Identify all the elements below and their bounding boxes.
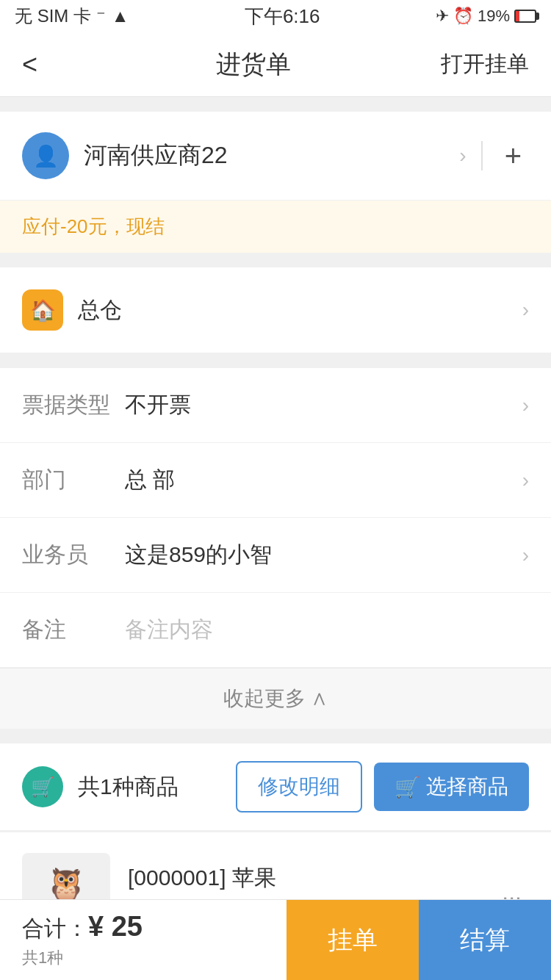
home-icon: 🏠 <box>30 298 56 323</box>
status-time: 下午6:16 <box>245 4 320 29</box>
total-label: 合计：¥ 25 <box>22 911 264 944</box>
edit-detail-button[interactable]: 修改明细 <box>236 761 362 813</box>
total-sub: 共1种 <box>22 947 264 969</box>
department-label: 部门 <box>22 465 125 495</box>
total-amount: ¥ 25 <box>88 911 143 942</box>
department-arrow-icon: › <box>522 469 529 492</box>
battery-label: 19% <box>478 7 510 26</box>
select-cart-icon: 🛒 <box>395 775 420 799</box>
battery-icon <box>514 10 536 23</box>
alarm-icon: ⏰ <box>453 7 473 26</box>
warehouse-arrow-icon: › <box>522 298 529 322</box>
warehouse-section: 🏠 总仓 › <box>0 267 551 353</box>
products-icon: 🛒 <box>22 766 63 807</box>
ticket-type-value: 不开票 <box>125 390 522 420</box>
status-right: ✈ ⏰ 19% <box>436 7 536 26</box>
checkout-button[interactable]: 结算 <box>419 900 551 980</box>
wifi-icon: ▲ <box>112 6 129 26</box>
hang-button[interactable]: 挂单 <box>287 900 419 980</box>
salesperson-arrow-icon: › <box>522 544 529 567</box>
avatar-icon: 👤 <box>33 144 59 168</box>
remark-row[interactable]: 备注 备注内容 <box>0 593 551 668</box>
remark-input[interactable]: 备注内容 <box>125 615 529 645</box>
gap-4 <box>0 729 551 743</box>
supplier-name: 河南供应商22 <box>84 140 459 172</box>
add-supplier-button[interactable]: + <box>497 140 529 173</box>
salesperson-label: 业务员 <box>22 540 125 570</box>
remark-label: 备注 <box>22 615 125 645</box>
salesperson-row[interactable]: 业务员 这是859的小智 › <box>0 518 551 593</box>
department-row[interactable]: 部门 总 部 › <box>0 443 551 518</box>
product-name: [0000001] 苹果 <box>128 863 494 893</box>
bottom-bar: 合计：¥ 25 共1种 挂单 结算 <box>0 899 551 980</box>
back-button[interactable]: < <box>22 49 66 80</box>
notice-banner: 应付-20元，现结 <box>0 201 551 253</box>
page-title: 进货单 <box>216 48 291 82</box>
ticket-type-label: 票据类型 <box>22 390 125 420</box>
total-area: 合计：¥ 25 共1种 <box>0 900 287 980</box>
products-header: 🛒 共1种商品 修改明细 🛒 选择商品 <box>0 743 551 831</box>
nav-bar: < 进货单 打开挂单 <box>0 32 551 97</box>
gap-1 <box>0 97 551 112</box>
warehouse-row[interactable]: 🏠 总仓 › <box>0 267 551 353</box>
supplier-section: 👤 河南供应商22 › + 应付-20元，现结 <box>0 112 551 253</box>
sim-label: 无 SIM 卡 ⁻ <box>15 4 106 28</box>
warehouse-icon: 🏠 <box>22 289 63 331</box>
products-count: 共1种商品 <box>78 772 236 802</box>
select-product-button[interactable]: 🛒 选择商品 <box>374 763 529 811</box>
supplier-divider <box>481 141 483 170</box>
department-value: 总 部 <box>125 465 522 495</box>
warehouse-name: 总仓 <box>78 295 522 325</box>
ticket-type-arrow-icon: › <box>522 394 529 417</box>
supplier-avatar: 👤 <box>22 132 69 179</box>
cart-icon: 🛒 <box>31 776 54 799</box>
salesperson-value: 这是859的小智 <box>125 540 522 570</box>
gap-3 <box>0 353 551 368</box>
open-hang-button[interactable]: 打开挂单 <box>441 49 529 79</box>
ticket-type-row[interactable]: 票据类型 不开票 › <box>0 368 551 443</box>
location-icon: ✈ <box>436 7 449 26</box>
status-left: 无 SIM 卡 ⁻ ▲ <box>15 4 129 28</box>
supplier-arrow-icon: › <box>459 144 466 167</box>
status-bar: 无 SIM 卡 ⁻ ▲ 下午6:16 ✈ ⏰ 19% <box>0 0 551 32</box>
gap-2 <box>0 253 551 267</box>
collapse-button[interactable]: 收起更多 ∧ <box>0 668 551 729</box>
fields-section: 票据类型 不开票 › 部门 总 部 › 业务员 这是859的小智 › 备注 备注… <box>0 368 551 729</box>
supplier-row[interactable]: 👤 河南供应商22 › + <box>0 112 551 201</box>
